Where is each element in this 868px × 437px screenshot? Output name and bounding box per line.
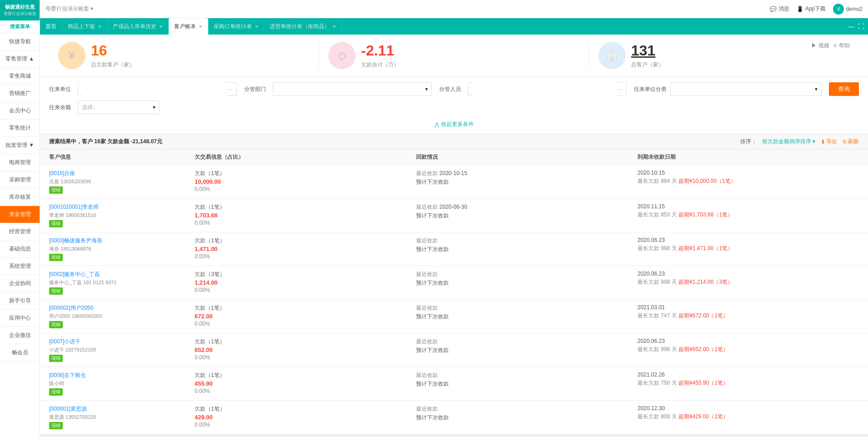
tab-home[interactable]: 首页: [40, 18, 62, 35]
manager-dots[interactable]: ···: [617, 85, 623, 93]
customer-name-4[interactable]: [0002]服务中心_丁磊: [49, 271, 195, 278]
dept-label: 分管部门: [244, 85, 269, 93]
payment-row-7: 最近收款: [416, 372, 637, 379]
sidebar-item-batch-mgmt[interactable]: 批发管理 ▼: [0, 137, 40, 154]
sidebar-item-ecom[interactable]: 电商管理: [0, 154, 40, 171]
sidebar-item-member[interactable]: 会员中心: [0, 102, 40, 120]
overdue-link-6[interactable]: 超期¥652.00（1笔）: [678, 346, 728, 352]
sidebar-item-basic[interactable]: 基础信息: [0, 241, 40, 258]
debt-info-6: 欠款（1笔） 652.00 0.00%: [195, 338, 416, 361]
tab-product-listing[interactable]: 商品上下架 ✕: [62, 18, 107, 35]
unit-category-select[interactable]: ▾: [670, 82, 822, 96]
view-btn[interactable]: ▶ 视频: [811, 42, 829, 50]
logo-text: 畅捷通好生意: [2, 4, 38, 10]
tab-purchase-order[interactable]: 采购订单统计表 ✕: [208, 18, 264, 35]
tab-product-listing-label: 商品上下架: [68, 23, 95, 30]
tab-production-history-close[interactable]: ✕: [159, 24, 163, 29]
username: demo2: [846, 6, 863, 12]
sidebar-item-inventory[interactable]: 库存核算: [0, 189, 40, 206]
from-unit-dots[interactable]: ···: [227, 85, 233, 93]
sidebar-item-retail-mall[interactable]: 零售商城: [0, 68, 40, 85]
sidebar-item-system[interactable]: 系统管理: [0, 258, 40, 275]
debt-percent-2: 0.00%: [195, 220, 416, 226]
from-unit-input-wrap[interactable]: ···: [78, 82, 237, 96]
tab-customer-account-label: 客户账本: [174, 23, 196, 30]
overdue-link-7[interactable]: 超期¥455.90（1笔）: [678, 380, 728, 386]
debt-info-1: 欠款（1笔） 10,000.00 0.00%: [195, 170, 416, 192]
debt-info-5: 欠款（1笔） 672.00 0.00%: [195, 304, 416, 327]
customer-name-8[interactable]: [000001]黄思源: [49, 405, 195, 413]
filter-from-unit: 往来单位 ···: [49, 82, 237, 96]
balance-select[interactable]: 选择... ▾: [78, 100, 160, 114]
customer-tag-4: 现销: [49, 287, 63, 295]
message-btn[interactable]: 💬 消息: [770, 5, 789, 13]
tab-customer-account[interactable]: 客户账本 ✕: [169, 18, 208, 35]
overdue-days-1: 最长欠款 884 天 超期¥10,000.00（1笔）: [637, 177, 859, 185]
sidebar-item-member-card[interactable]: 畅会员: [0, 344, 40, 362]
from-unit-input[interactable]: [82, 82, 227, 96]
tab-customer-account-close[interactable]: ✕: [199, 24, 202, 29]
search-button[interactable]: 查询: [829, 82, 859, 96]
dept-select[interactable]: ▾: [273, 82, 432, 96]
table-actions: 排序： 按欠款金额倒序排序 ▾ ⬇ 导出 ↻ 刷新: [740, 138, 859, 146]
sidebar-item-corpwechat[interactable]: 企业微信: [0, 327, 40, 344]
customer-info-6: [0007]小进干 小进干 18279152100 现销: [49, 338, 195, 362]
sidebar-item-appcenter[interactable]: 应用中心: [0, 310, 40, 327]
user-avatar[interactable]: d demo2: [833, 4, 863, 15]
help-btn[interactable]: ⊙ 帮助: [833, 42, 850, 50]
collapse-label: 收起更多条件: [441, 121, 474, 128]
customer-name-2[interactable]: [0001020001]李老师: [49, 203, 195, 211]
customer-name-5[interactable]: [000002]用户2050: [49, 304, 195, 312]
tab-purchase-order-close[interactable]: ✕: [255, 24, 258, 29]
customer-name-1[interactable]: [0016]吕俊: [49, 170, 195, 177]
overdue-link-3[interactable]: 超期¥1,471.00（1笔）: [678, 245, 733, 251]
manager-input-wrap[interactable]: ···: [468, 82, 627, 96]
customer-info-3: [0003]畅捷服务尹海燕 海燕 18513066976 现销: [49, 237, 195, 261]
tab-product-listing-close[interactable]: ✕: [98, 24, 101, 29]
customer-info-4: [0002]服务中心_丁磊 服务中心_丁磊 181 0125 8371 现销: [49, 271, 195, 295]
customer-tag-7: 现销: [49, 388, 63, 396]
sidebar-item-retail-mgmt[interactable]: 零售管理 ▲: [0, 50, 40, 68]
summary-card-1: ¥ 16 总欠款客户（家）: [49, 42, 319, 69]
sidebar-item-quick-nav[interactable]: 快捷导航: [0, 33, 40, 50]
overdue-link-1[interactable]: 超期¥10,000.00（1笔）: [678, 178, 736, 184]
sidebar-item-retail-stats[interactable]: 零售统计: [0, 120, 40, 137]
overdue-link-5[interactable]: 超期¥672.00（1笔）: [678, 312, 728, 319]
overdue-link-2[interactable]: 超期¥1,703.68（1笔）: [678, 211, 733, 218]
sort-dropdown-icon: ▾: [813, 138, 815, 145]
overdue-days-4: 最长欠款 998 天 超期¥1,214.00（3笔）: [637, 278, 859, 286]
customer-tag-3: 现销: [49, 254, 63, 261]
app-download-btn[interactable]: 📱 App下载: [797, 5, 826, 13]
debt-amount-7: 455.90: [195, 380, 416, 387]
customer-name-7[interactable]: [0006]去下粮仓: [49, 372, 195, 379]
sidebar-item-marketing[interactable]: 营销推广: [0, 85, 40, 102]
refresh-btn[interactable]: ↻ 刷新: [843, 138, 859, 146]
summary-cards: ¥ 16 总欠款客户（家） ◇ -2.11 欠款合计（万） 🏢 131 总客户（…: [40, 35, 868, 77]
customer-name-3[interactable]: [0003]畅捷服务尹海燕: [49, 237, 195, 245]
customer-name-6[interactable]: [0007]小进干: [49, 338, 195, 346]
debt-prefix: 欠款金额: [107, 138, 129, 145]
collapse-bar[interactable]: ⋀ 收起更多条件: [49, 119, 859, 130]
export-btn[interactable]: ⬇ 导出: [821, 138, 837, 146]
sidebar-item-corp[interactable]: 企业协同: [0, 275, 40, 292]
sidebar-search-area[interactable]: 搜索菜单: [0, 20, 40, 33]
overdue-date-3: 2020.06.23: [637, 237, 859, 243]
payment-info-2: 最近收款 2020-06-30 预计下次收款: [416, 203, 637, 221]
tab-maximize-icon[interactable]: ⛶: [858, 23, 864, 30]
tab-inbound-stats-close[interactable]: ✕: [332, 24, 336, 29]
tab-minimize-icon[interactable]: —: [848, 23, 854, 30]
sidebar-item-purchase[interactable]: 采购管理: [0, 171, 40, 189]
overdue-link-8[interactable]: 超期¥429.00（1笔）: [678, 413, 728, 420]
payment-next-6: 预计下次收款: [416, 347, 637, 354]
tab-home-label: 首页: [45, 23, 56, 30]
payment-info-3: 最近收款 预计下次收款: [416, 237, 637, 254]
sort-value[interactable]: 按欠款金额倒序排序 ▾: [762, 138, 815, 146]
tab-production-history[interactable]: 产成品入库单历史 ✕: [107, 18, 169, 35]
overdue-link-4[interactable]: 超期¥1,214.00（3笔）: [678, 279, 733, 285]
sidebar-item-newguide[interactable]: 新手引导: [0, 292, 40, 310]
sidebar-item-ops[interactable]: 经营管理: [0, 223, 40, 241]
tab-inbound-stats[interactable]: 进货单统计表（按商品） ✕: [264, 18, 342, 35]
search-menu-item[interactable]: 搜索菜单: [4, 23, 36, 30]
manager-input[interactable]: [472, 82, 617, 96]
sidebar-item-finance[interactable]: 资金管理: [0, 206, 40, 223]
